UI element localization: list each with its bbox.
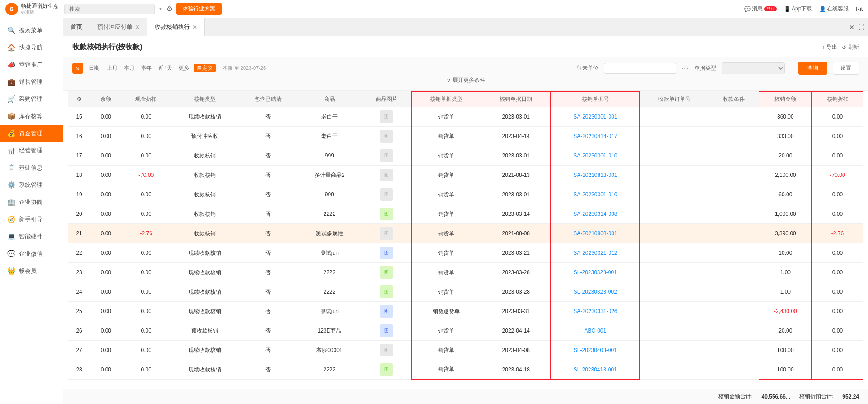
td-receipt-condition [709, 185, 759, 204]
date-btn-this-year[interactable]: 本年 [139, 63, 154, 73]
filter-expand-button[interactable]: » [72, 63, 83, 74]
date-btn-more[interactable]: 更多 [177, 63, 191, 73]
sidebar-item-business[interactable]: 📊 经营管理 [0, 142, 63, 159]
sidebar-item-inventory[interactable]: 📦 库存核算 [0, 108, 63, 125]
tab-close-all-button[interactable]: ✕ [849, 24, 854, 31]
tab-prepay[interactable]: 预付冲应付单 ✕ [90, 18, 147, 36]
verify-no-link[interactable]: SL-20230418-001 [574, 366, 617, 373]
sidebar-item-sales[interactable]: 💼 销售管理 [0, 73, 63, 90]
sidebar-item-member[interactable]: 👑 畅会员 [0, 262, 63, 280]
topbar-right: 💬 消息 99+ 📱 App下载 👤 在线客服 Rit [744, 5, 863, 13]
tab-prepay-label: 预付冲应付单 [97, 23, 132, 31]
tab-prepay-close[interactable]: ✕ [135, 24, 140, 30]
td-verify-no: SA-20230321-012 [551, 243, 640, 263]
td-balance: 0.00 [90, 166, 121, 185]
th-receipt-condition: 收款条件 [709, 91, 759, 107]
date-options: 上月 本月 本年 近7天 更多 自定义 [105, 63, 216, 73]
tab-home[interactable]: 首页 [63, 18, 90, 36]
export-button[interactable]: ↑ 导出 [822, 43, 837, 51]
td-verify-no: SA-20210808-001 [551, 224, 640, 243]
verify-no-link[interactable]: ABC-001 [584, 328, 606, 334]
verify-no-link[interactable]: SA-20230301-010 [573, 191, 617, 198]
date-btn-this-month[interactable]: 本月 [122, 63, 137, 73]
gear-button[interactable]: ⚙ [166, 5, 173, 13]
td-verify-no: SA-20210813-001 [551, 166, 640, 185]
td-verify-bill-type: 销货单 [412, 127, 481, 146]
td-receipt-order-no [640, 321, 708, 341]
date-btn-last-month[interactable]: 上月 [105, 63, 119, 73]
td-include-cleared: 否 [239, 166, 297, 185]
date-btn-custom[interactable]: 自定义 [194, 64, 216, 72]
td-include-cleared: 否 [239, 321, 297, 341]
bill-type-select[interactable]: 销货单 销货退货单 [722, 62, 785, 74]
solution-button[interactable]: 体验行业方案 [176, 3, 222, 15]
th-verify-amount: 核销金额 [759, 91, 812, 107]
sidebar-item-wechat[interactable]: 💬 企业微信 [0, 245, 63, 262]
refresh-button[interactable]: ↺ 刷新 [842, 43, 859, 51]
date-btn-7days[interactable]: 近7天 [156, 63, 174, 73]
online-service-btn[interactable]: 👤 在线客服 [819, 5, 849, 13]
td-product-img: 图 [362, 107, 412, 127]
td-verify-bill-type: 销货单 [412, 204, 481, 224]
query-button[interactable]: 查询 [798, 62, 827, 75]
th-settings[interactable]: ⚙ [68, 91, 90, 107]
td-verify-discount: 0.00 [812, 263, 863, 282]
message-btn[interactable]: 💬 消息 99+ [744, 5, 777, 13]
td-verify-discount: 0.00 [812, 282, 863, 302]
verify-no-link[interactable]: SL-20230328-002 [574, 289, 617, 295]
td-balance: 0.00 [90, 107, 121, 127]
expand-conditions-btn[interactable]: ∨ 展开更多条件 [72, 75, 859, 86]
td-verify-discount: -70.00 [812, 166, 863, 185]
td-product-img: 图 [362, 146, 412, 166]
verify-no-link[interactable]: SA-20230314-008 [573, 211, 617, 217]
tab-verify-close[interactable]: ✕ [193, 24, 197, 30]
table-row: 21 0.00 -2.76 收款核销 否 测试多属性 图 销货单 2021-08… [68, 224, 863, 243]
sidebar-label-corp: 企业协同 [19, 198, 42, 206]
verify-no-link[interactable]: SA-20230331-026 [573, 308, 617, 314]
td-receipt-condition [709, 107, 759, 127]
tab-maximize-button[interactable]: ⛶ [858, 24, 864, 31]
verify-no-link[interactable]: SL-20230408-001 [574, 347, 617, 353]
verify-no-link[interactable]: SA-20210808-001 [573, 230, 617, 237]
td-receipt-order-no [640, 341, 708, 360]
td-cash-discount: -2.76 [122, 224, 171, 243]
td-verify-date: 2023-04-14 [481, 127, 551, 146]
td-balance: 0.00 [90, 263, 121, 282]
td-product: 多计量商品2 [297, 166, 361, 185]
verify-no-link[interactable]: SA-20230414-017 [573, 133, 617, 139]
td-balance: 0.00 [90, 321, 121, 341]
td-verify-amount: 20.00 [759, 146, 812, 166]
sidebar-item-basic[interactable]: 📋 基础信息 [0, 159, 63, 176]
sidebar-item-finance[interactable]: 💰 资金管理 [0, 125, 63, 142]
verify-no-link[interactable]: SA-20230301-001 [573, 114, 617, 120]
verify-no-link[interactable]: SA-20230301-010 [573, 152, 617, 159]
td-verify-type: 现续收款核销 [171, 107, 239, 127]
date-filter-label: 日期 [89, 64, 99, 72]
tab-verify[interactable]: 收款核销执行 ✕ [147, 18, 205, 36]
content-area: 首页 预付冲应付单 ✕ 收款核销执行 ✕ ✕ ⛶ 收款核销执行(按收款) ↑ [63, 18, 868, 404]
service-icon: 👤 [819, 6, 826, 12]
verify-no-link[interactable]: SL-20230328-001 [574, 269, 617, 276]
sidebar-item-corp[interactable]: 🏢 企业协同 [0, 194, 63, 211]
verify-no-link[interactable]: SA-20230321-012 [573, 250, 617, 256]
sidebar-item-quick[interactable]: 🏠 快捷导航 [0, 39, 63, 56]
sidebar-item-marketing[interactable]: 📣 营销推广 [0, 56, 63, 73]
sidebar-item-guide[interactable]: 🧭 新手引导 [0, 211, 63, 228]
business-icon: 📊 [7, 147, 15, 155]
search-input[interactable] [64, 4, 155, 14]
sidebar-item-search[interactable]: 🔍 搜索菜单 [0, 22, 63, 39]
td-include-cleared: 否 [239, 224, 297, 243]
setting-button[interactable]: 设置 [833, 62, 859, 75]
from-unit-input[interactable] [604, 63, 676, 74]
td-balance: 0.00 [90, 204, 121, 224]
filter-dots: ··· [682, 65, 689, 71]
app-download-btn[interactable]: 📱 App下载 [784, 5, 812, 13]
sidebar-item-hardware[interactable]: 💻 智能硬件 [0, 228, 63, 245]
td-product: 衣服00001 [297, 341, 361, 360]
td-row-no: 27 [68, 341, 90, 360]
td-verify-type: 收款核销 [171, 146, 239, 166]
th-product: 商品 [297, 91, 361, 107]
verify-no-link[interactable]: SA-20210813-001 [573, 172, 617, 178]
sidebar-item-purchase[interactable]: 🛒 采购管理 [0, 90, 63, 108]
sidebar-item-system[interactable]: ⚙️ 系统管理 [0, 176, 63, 194]
